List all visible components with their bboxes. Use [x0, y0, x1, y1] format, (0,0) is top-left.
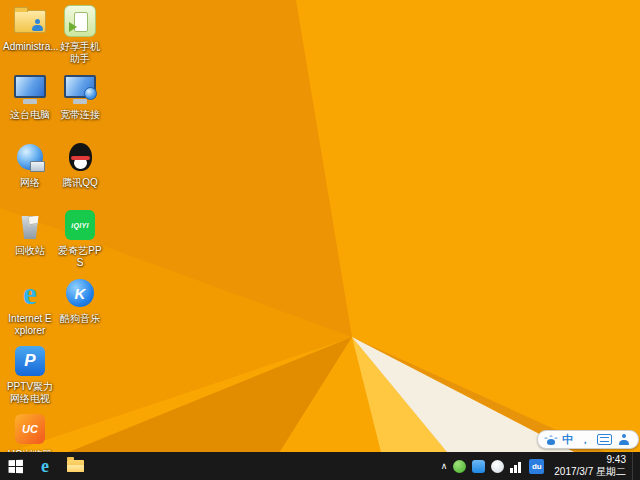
- desktop-icon-network[interactable]: 网络: [6, 140, 54, 208]
- user-folder-icon: [13, 4, 47, 38]
- desktop-icon-iqiyi-pps[interactable]: iQIYI 爱奇艺PPS: [56, 208, 104, 276]
- uc-browser-icon: UC: [13, 412, 47, 446]
- penguin-shape: [69, 143, 92, 171]
- clock-date: 2017/3/7 星期二: [554, 466, 626, 479]
- globe-glyph: [84, 87, 97, 100]
- hidden-icons-chevron[interactable]: ∧: [441, 462, 448, 471]
- kugou-logo-icon: K: [63, 276, 97, 310]
- computer-monitor-icon: [13, 72, 47, 106]
- tray-app-icon[interactable]: [472, 460, 485, 473]
- desktop-icon-label: Administra...: [3, 41, 57, 53]
- taskbar-left: e: [0, 452, 90, 480]
- desktop-icon-broadband[interactable]: 宽带连接: [56, 72, 104, 140]
- phone-shape: [64, 5, 96, 37]
- show-desktop-button[interactable]: [632, 452, 638, 480]
- mini-monitor-glyph: [30, 161, 45, 172]
- taskbar-clock[interactable]: 9:43 2017/3/7 星期二: [554, 454, 626, 479]
- ie-icon: e: [41, 457, 49, 475]
- desktop-icon-label: 回收站: [15, 245, 45, 257]
- bin-shape: [20, 216, 41, 239]
- desktop-icon-label: 爱奇艺PPS: [56, 245, 104, 268]
- desktop-icon-label: 好享手机助手: [56, 41, 104, 64]
- desktop-icon-kugou-music[interactable]: K 酷狗音乐: [56, 276, 104, 344]
- desktop-icon-administrator[interactable]: Administra...: [6, 4, 54, 72]
- folder-icon: [67, 460, 84, 472]
- qq-penguin-icon: [63, 140, 97, 174]
- taskbar-internet-explorer-button[interactable]: e: [30, 452, 60, 480]
- iqiyi-logo-icon: iQIYI: [63, 208, 97, 242]
- ie-letter-glyph: e: [23, 278, 37, 309]
- person-glyph: [31, 19, 43, 31]
- papers-glyph: [27, 214, 45, 226]
- tray-network-icon[interactable]: [510, 460, 523, 473]
- desktop-icon-label: 酷狗音乐: [60, 313, 100, 325]
- internet-explorer-icon: e: [13, 276, 47, 310]
- folder-shape: [14, 10, 46, 33]
- network-globe-icon: [13, 140, 47, 174]
- ime-mode-toggle[interactable]: 中: [562, 432, 573, 447]
- monitor-shape: [14, 75, 46, 98]
- ime-account-icon[interactable]: [619, 434, 629, 445]
- taskbar-file-explorer-button[interactable]: [60, 452, 90, 480]
- desktop-icon-recycle-bin[interactable]: 回收站: [6, 208, 54, 276]
- ime-keyboard-icon[interactable]: [597, 434, 612, 445]
- baidu-ime-tray-icon[interactable]: du: [529, 459, 544, 474]
- desktop-icon-label: 这台电脑: [10, 109, 50, 121]
- uc-glyph: UC: [15, 414, 45, 444]
- kugou-k-glyph: K: [66, 279, 94, 307]
- monitor-shape: [64, 75, 96, 98]
- desktop-icon-pptv[interactable]: P PPTV聚力 网络电视: [6, 344, 54, 412]
- tray-volume-icon[interactable]: [491, 460, 504, 473]
- grid-spacer: [56, 344, 104, 412]
- iqiyi-wordmark: iQIYI: [65, 210, 95, 240]
- desktop-icon-tencent-qq[interactable]: 腾讯QQ: [56, 140, 104, 208]
- recycle-bin-icon: [13, 208, 47, 242]
- pptv-logo-icon: P: [13, 344, 47, 378]
- desktop-icon-label: Internet Explorer: [6, 313, 54, 336]
- desktop-icon-label: 宽带连接: [60, 109, 100, 121]
- baidu-ime-logo-icon[interactable]: [547, 439, 555, 445]
- phone-assistant-icon: [63, 4, 97, 38]
- desktop-icon-phone-assistant[interactable]: 好享手机助手: [56, 4, 104, 72]
- desktop-icon-label: 腾讯QQ: [62, 177, 98, 189]
- ime-language-bar: 中 ，: [537, 430, 639, 449]
- pptv-p-glyph: P: [15, 346, 45, 376]
- start-button[interactable]: [0, 452, 30, 480]
- broadband-connection-icon: [63, 72, 97, 106]
- desktop-icon-grid: Administra... 好享手机助手 这台电脑 宽带连接 网络 腾讯QQ: [6, 4, 104, 480]
- taskbar: e ∧ du 9:43 2017/3/7 星期二: [0, 452, 640, 480]
- windows-logo-icon: [8, 459, 22, 472]
- system-tray: ∧ du 9:43 2017/3/7 星期二: [441, 452, 640, 480]
- desktop-icon-internet-explorer[interactable]: e Internet Explorer: [6, 276, 54, 344]
- clock-time: 9:43: [607, 454, 626, 467]
- tray-security-icon[interactable]: [453, 460, 466, 473]
- desktop-icon-label: 网络: [20, 177, 40, 189]
- desktop-icon-label: PPTV聚力 网络电视: [6, 381, 54, 404]
- globe-shape: [17, 144, 43, 170]
- ime-punctuation-toggle[interactable]: ，: [580, 433, 590, 447]
- desktop-icon-this-pc[interactable]: 这台电脑: [6, 72, 54, 140]
